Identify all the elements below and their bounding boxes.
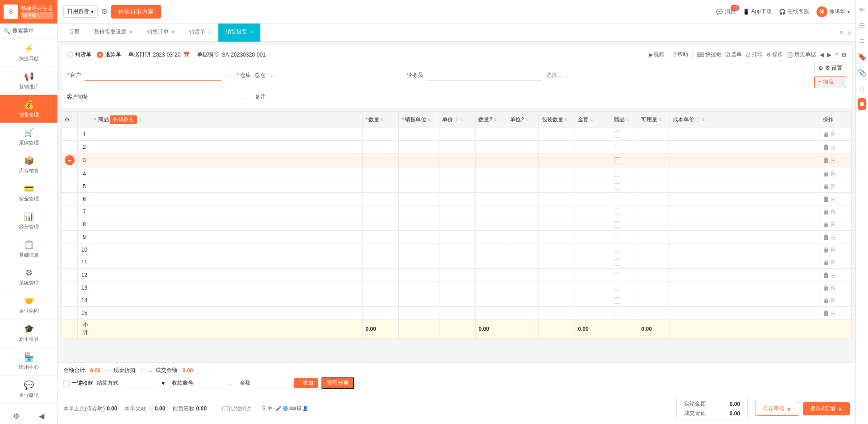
sidebar-item-inventory[interactable]: 📦 库存核算 (0, 151, 57, 179)
delete-icon[interactable]: 🗑 (823, 131, 829, 138)
view-list-icon[interactable]: ≡ (835, 52, 838, 58)
address-dots[interactable]: ... (243, 94, 248, 100)
row-qty2-active[interactable] (476, 153, 507, 167)
nav-next[interactable]: ▶ (827, 52, 831, 58)
right-bookmark-icon[interactable]: 🔖 (856, 51, 868, 63)
copy-row-icon[interactable]: ⎘ (831, 143, 835, 151)
delete-icon[interactable]: 🗑 (823, 170, 829, 177)
toolbar-help[interactable]: ? 帮助 (673, 51, 688, 58)
qty2-sort-icon[interactable]: ⇅ (493, 117, 497, 122)
delete-icon[interactable]: 🗑 (823, 259, 829, 266)
msg-btn[interactable]: 💬 消息 70 (716, 8, 736, 15)
maximize-icon[interactable]: ⊞ (847, 29, 852, 36)
row-drag[interactable] (62, 128, 78, 141)
copy-row-icon[interactable]: ⎘ (831, 195, 835, 203)
copy-row-icon[interactable]: ⎘ (831, 310, 835, 317)
sidebar-item-basic[interactable]: 📋 基础信息 (0, 235, 57, 263)
toolbar-operate[interactable]: ⚙ 操作 (766, 51, 783, 58)
row-unit-active[interactable] (399, 153, 439, 167)
customer-dots[interactable]: ... (225, 72, 230, 78)
toolbar-print[interactable]: 🖨 打印 (745, 51, 763, 58)
gift-checkbox[interactable] (614, 171, 620, 177)
status-debt-icon[interactable]: ⓘ (148, 405, 153, 412)
copy-row-icon[interactable]: ⎘ (831, 259, 835, 266)
gift-checkbox[interactable] (614, 209, 620, 215)
price-info-icon[interactable]: ⓘ (454, 116, 459, 123)
nav-prev[interactable]: ◀ (820, 52, 824, 58)
right-edit-icon[interactable]: ✏ (857, 4, 867, 16)
gift-checkbox[interactable] (614, 196, 620, 202)
right-list-icon[interactable]: ≡ (858, 35, 866, 47)
product-sort-icon[interactable]: ⇅ (138, 117, 142, 122)
right-active-icon[interactable]: ■ (858, 98, 866, 110)
col-gear[interactable]: ⚙ (62, 112, 78, 128)
gift-checkbox-active[interactable] (614, 157, 620, 163)
copy-row-icon[interactable]: ⎘ (831, 170, 835, 177)
cost-sort-icon[interactable]: ⇅ (701, 117, 705, 122)
account-dots[interactable]: ... (228, 380, 232, 386)
sidebar-item-operations[interactable]: 📊 经营管理 (0, 207, 57, 235)
add-payment-btn[interactable]: + 添加 (294, 378, 318, 388)
remark-input[interactable] (269, 92, 846, 102)
user-menu[interactable]: 徐 徐泽华 ▾ (816, 6, 850, 17)
right-star-icon[interactable]: ☆ (857, 82, 867, 95)
right-table-icon[interactable]: ⊞ (857, 19, 867, 32)
copy-row-icon[interactable]: ⎘ (831, 272, 835, 279)
row-unit[interactable] (399, 141, 439, 153)
row-qty2[interactable] (476, 128, 507, 141)
toolbar-history[interactable]: 📋 历史单据 (787, 51, 816, 58)
copy-row-icon[interactable]: ⎘ (831, 183, 835, 190)
delete-icon[interactable]: 🗑 (823, 195, 829, 203)
sidebar-item-enterprise[interactable]: 🤝 企业协同 (0, 291, 57, 319)
row-cost-active[interactable] (670, 153, 820, 167)
salesperson-dots[interactable]: ... (565, 72, 570, 78)
row-product[interactable] (91, 141, 363, 153)
settlement-dropdown[interactable]: ▾ (162, 380, 165, 386)
unit2-sort-icon[interactable]: ⇅ (525, 117, 528, 122)
settings-icon[interactable]: ⚙ (13, 412, 19, 420)
row-unit2[interactable] (507, 141, 539, 153)
cost-info-icon[interactable]: ⓘ (695, 116, 700, 123)
row-pack-qty[interactable] (539, 141, 575, 153)
experience-btn[interactable]: 体验行业方案 (111, 5, 161, 19)
row-product[interactable] (91, 128, 363, 141)
gift-checkbox[interactable] (614, 183, 620, 190)
row-unit2[interactable] (507, 128, 539, 141)
sidebar-item-newbie[interactable]: 🎓 新手引导 (0, 319, 57, 348)
gift-checkbox[interactable] (614, 247, 620, 253)
row-price[interactable] (439, 128, 476, 141)
copy-row-icon[interactable]: ⎘ (831, 233, 835, 241)
row-price[interactable] (439, 141, 476, 153)
toolbar-shortcut[interactable]: ⌨ 快捷键 (697, 51, 722, 58)
delete-icon[interactable]: 🗑 (823, 183, 829, 190)
row-available[interactable] (638, 128, 670, 141)
collapse-icon[interactable]: ◀ (39, 412, 44, 420)
sidebar-search[interactable]: 🔍 搜索菜单 (0, 24, 57, 39)
tab-sales-close[interactable]: × (208, 29, 211, 35)
amount-input[interactable] (254, 379, 290, 387)
row-pack-qty[interactable] (539, 128, 575, 141)
delete-icon[interactable]: 🗑 (823, 233, 829, 241)
copy-row-icon[interactable]: ⎘ (831, 208, 835, 215)
tab-price[interactable]: 售价提取设置 × (87, 24, 140, 42)
delete-icon[interactable]: 🗑 (823, 157, 829, 164)
warehouse-dots[interactable]: ... (271, 72, 275, 78)
row-unit2-active[interactable] (507, 153, 539, 167)
gift-checkbox[interactable] (614, 144, 620, 150)
one-click-checkbox[interactable] (63, 380, 70, 386)
row-quantity[interactable] (363, 141, 399, 153)
row-amount[interactable] (575, 141, 611, 153)
app-download-btn[interactable]: 📱 App下载 (743, 8, 772, 15)
row-amount[interactable] (575, 128, 611, 141)
row-amount-active[interactable] (575, 153, 611, 167)
toolbar-select[interactable]: ☑ 选单 (725, 51, 742, 58)
copy-row-icon[interactable]: ⎘ (831, 246, 835, 253)
tab-home[interactable]: 首页 (61, 24, 87, 42)
copy-row-icon[interactable]: ⎘ (831, 297, 835, 304)
salesperson-input[interactable] (427, 70, 542, 81)
close-tab-icon[interactable]: ✕ (839, 29, 844, 36)
unit-sort-icon[interactable]: ⇅ (427, 117, 431, 122)
copy-row-icon[interactable]: ⎘ (831, 284, 835, 291)
account-input[interactable] (197, 379, 224, 387)
available-sort-icon[interactable]: ⇅ (658, 117, 662, 122)
